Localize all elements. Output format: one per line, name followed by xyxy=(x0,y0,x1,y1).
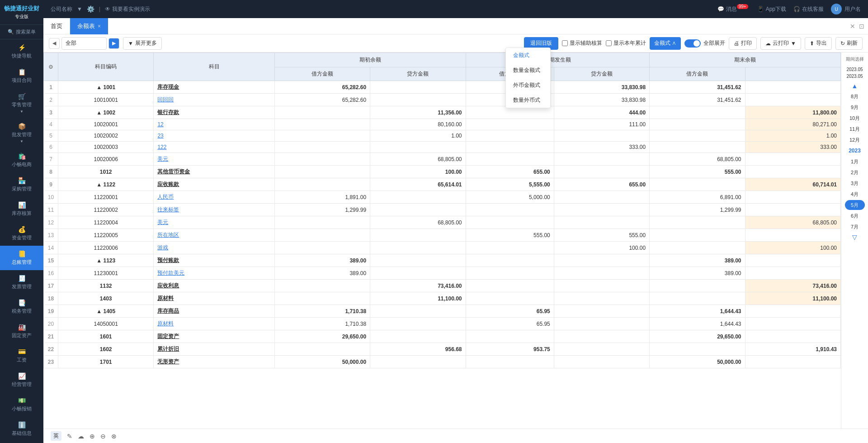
table-row-name[interactable]: 往来标签 xyxy=(154,204,274,216)
tab-close-icon[interactable]: × xyxy=(98,23,101,29)
period-month-2[interactable]: 2月 xyxy=(845,167,865,177)
tab-balance[interactable]: 余额表 × xyxy=(70,18,108,34)
table-row-name[interactable]: 12 xyxy=(154,119,274,130)
table-row-name[interactable]: 库存现金 xyxy=(154,81,274,94)
table-row-name[interactable]: 原材料 xyxy=(154,292,274,305)
language-button[interactable]: 英 xyxy=(51,431,61,441)
assist-checkbox-input[interactable] xyxy=(562,40,568,46)
table-row-name[interactable]: 人民币 xyxy=(154,191,274,204)
table-row-name[interactable]: 预付款美元 xyxy=(154,267,274,280)
sidebar-item-system[interactable]: ⚙️系统管理 xyxy=(0,441,43,443)
table-row-name[interactable]: 库存商品 xyxy=(154,305,274,318)
app-download-button[interactable]: 📱 App下载 xyxy=(757,5,786,13)
format-option-foreign-amount[interactable]: 外币金额式 xyxy=(506,78,550,93)
search-next-button[interactable]: ▶ xyxy=(108,38,119,49)
period-month-3[interactable]: 3月 xyxy=(845,178,865,188)
period-year-2023[interactable]: 2023 xyxy=(845,146,865,156)
tab-home[interactable]: 首页 xyxy=(43,18,70,34)
period-month-12[interactable]: 12月 xyxy=(845,135,865,145)
sidebar-item-salary[interactable]: 💳工资 xyxy=(0,343,43,368)
tab-maximize-icon[interactable]: ⊡ xyxy=(859,23,864,30)
format-option-qty-foreign[interactable]: 数量外币式 xyxy=(506,93,550,108)
period-month-7[interactable]: 7月 xyxy=(845,222,865,232)
period-month-4[interactable]: 4月 xyxy=(845,189,865,199)
format-option-qty-amount[interactable]: 数量金额式 xyxy=(506,63,550,78)
export-button[interactable]: ⬆ 导出 xyxy=(805,37,832,50)
show-year-checkbox[interactable]: 显示本年累计 xyxy=(606,39,646,47)
table-row-name[interactable]: 银行存款 xyxy=(154,106,274,119)
period-month-11[interactable]: 11月 xyxy=(845,124,865,134)
company-dropdown[interactable]: ▼ xyxy=(77,6,82,12)
period-month-5[interactable]: 5月 xyxy=(845,200,865,210)
period-scroll-down[interactable]: ▽ xyxy=(852,233,857,241)
table-row-name[interactable]: 应收利息 xyxy=(154,280,274,292)
period-month-10[interactable]: 10月 xyxy=(845,113,865,123)
table-row-name[interactable]: 原材料 xyxy=(154,318,274,330)
edit-icon[interactable]: ✎ xyxy=(67,433,72,440)
sidebar-item-purchase[interactable]: 🏪采购管理 xyxy=(0,172,43,197)
table-row-name[interactable]: 累计折旧 xyxy=(154,343,274,356)
table-row-num: 6 xyxy=(44,142,58,153)
period-month-1[interactable]: 1月 xyxy=(845,157,865,167)
table-row-name[interactable]: 预付账款 xyxy=(154,254,274,267)
table-row-name[interactable]: 23 xyxy=(154,130,274,142)
sidebar-search[interactable]: 🔍 搜索菜单 xyxy=(0,25,43,39)
demo-link[interactable]: 👁 我要看实例演示 xyxy=(105,5,150,13)
table-row-name[interactable]: 122 xyxy=(154,142,274,153)
show-assist-checkbox[interactable]: 显示辅助核算 xyxy=(562,39,602,47)
col-settings[interactable]: ⚙ xyxy=(44,53,58,81)
sidebar-item-ecommerce[interactable]: 🛍️小畅电商 xyxy=(0,148,43,172)
sidebar-item-capital[interactable]: 💰资金管理 xyxy=(0,221,43,246)
format-button[interactable]: 金额式 ∧ xyxy=(650,37,681,50)
table-row-ob-debit: 389.00 xyxy=(274,267,370,280)
sidebar-item-wholesale[interactable]: 📦批发管理 ▼ xyxy=(0,118,43,148)
table-row-cb-debit xyxy=(650,343,745,356)
sidebar-item-assets[interactable]: 🏭固定资产 xyxy=(0,319,43,343)
period-scroll-up[interactable]: ▲ xyxy=(852,82,858,90)
cloud-icon[interactable]: ☁ xyxy=(78,433,84,440)
table-row-name[interactable]: 美元 xyxy=(154,153,274,166)
expand-all-switch[interactable] xyxy=(684,39,701,48)
period-month-8[interactable]: 8月 xyxy=(845,91,865,101)
table-row-cb-credit: 100.00 xyxy=(745,242,840,254)
sidebar-item-expense[interactable]: 💵小畅报销 xyxy=(0,392,43,417)
table-row-name[interactable]: 回回回 xyxy=(154,94,274,106)
table-row-name[interactable]: 无形资产 xyxy=(154,356,274,368)
table-row-name[interactable]: 固定资产 xyxy=(154,330,274,343)
sidebar-item-operations[interactable]: 📈经营管理 xyxy=(0,368,43,392)
expand-more-button[interactable]: ▼ 展开更多 xyxy=(123,37,162,50)
online-service-button[interactable]: 🎧 在线客服 xyxy=(793,5,824,13)
table-row-name[interactable]: 其他货币资金 xyxy=(154,166,274,178)
message-button[interactable]: 💬 消息 99+ xyxy=(717,5,750,13)
sidebar-item-ledger[interactable]: 📒总账管理 xyxy=(0,246,43,270)
year-checkbox-input[interactable] xyxy=(606,40,612,46)
header-settings-icon[interactable]: ⚙️ xyxy=(87,5,94,13)
period-month-9[interactable]: 9月 xyxy=(845,102,865,112)
search-input[interactable]: 全部 xyxy=(61,37,107,50)
user-info[interactable]: U 用户名 xyxy=(831,4,861,14)
search-prev-button[interactable]: ◀ xyxy=(49,38,60,49)
format-option-amount[interactable]: 金额式 xyxy=(506,48,550,63)
table-row-name[interactable]: 应收账款 xyxy=(154,178,274,191)
print-button[interactable]: 🖨 打印 xyxy=(729,37,757,50)
sidebar-item-quick-nav[interactable]: ⚡快捷导航 xyxy=(0,39,43,64)
zoom-in-icon[interactable]: ⊕ xyxy=(90,433,95,440)
period-month-6[interactable]: 6月 xyxy=(845,211,865,221)
sidebar-item-retail[interactable]: 🛒零售管理 ▼ xyxy=(0,88,43,118)
sidebar-item-inventory[interactable]: 📊库存核算 xyxy=(0,197,43,221)
table-row: 1111220002往来标签1,299.991,299.99 xyxy=(44,204,841,216)
close-bottom-icon[interactable]: ⊗ xyxy=(111,433,117,440)
refresh-button[interactable]: ↻ 刷新 xyxy=(835,37,863,50)
sidebar-item-project[interactable]: 📋项目合同 xyxy=(0,64,43,88)
zoom-out-icon[interactable]: ⊖ xyxy=(100,433,106,440)
table-row-name[interactable]: 所在地区 xyxy=(154,229,274,242)
sidebar-item-basic[interactable]: ℹ️基础信息 xyxy=(0,417,43,441)
demo-label: 我要看实例演示 xyxy=(112,5,150,13)
sidebar-item-tax[interactable]: 📑税务管理 xyxy=(0,295,43,319)
cloud-print-button[interactable]: ☁ 云打印 ▼ xyxy=(760,37,801,50)
table-row-name[interactable]: 游戏 xyxy=(154,242,274,254)
sidebar: 畅捷通好业财 专业版 🔍 搜索菜单 ⚡快捷导航 📋项目合同 🛒零售管理 ▼ 📦批… xyxy=(0,0,43,443)
sidebar-item-invoice[interactable]: 🧾发票管理 xyxy=(0,270,43,295)
table-row-name[interactable]: 美元 xyxy=(154,216,274,229)
tab-close-window-icon[interactable]: ✕ xyxy=(850,23,855,30)
